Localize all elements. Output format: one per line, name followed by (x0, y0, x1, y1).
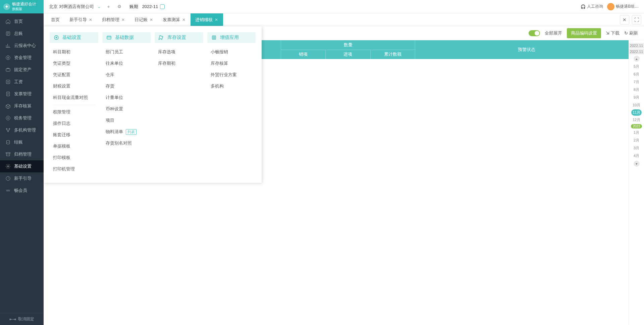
flyout-item[interactable]: 小畅报销 (207, 46, 256, 58)
flyout-item-label: 往来单位 (106, 60, 123, 66)
company-selector[interactable]: 北京 对啊酒店有限公司 ⌄ (49, 4, 101, 10)
flyout-item[interactable]: 库存期初 (155, 58, 203, 69)
sidebar-item-tax[interactable]: 税务管理 (0, 112, 44, 124)
close-icon[interactable]: ✕ (215, 17, 218, 22)
invoice-icon (5, 91, 11, 97)
expand-toggle[interactable] (529, 30, 540, 36)
flyout-item[interactable]: 打印模板 (50, 152, 98, 163)
flyout-item[interactable]: 库存核算 (207, 58, 256, 69)
th-cumulative: 累计数额 (371, 50, 415, 59)
th-sales: 销项 (281, 50, 326, 59)
flyout-item-label: 科目期初 (53, 49, 70, 55)
tab[interactable]: 首页 (46, 13, 65, 26)
flyout-item[interactable]: 外贸行业方案 (207, 69, 256, 80)
archive-icon (5, 152, 11, 157)
sidebar-item-vip[interactable]: 畅会员 (0, 184, 44, 197)
flyout-item[interactable]: 财税设置 (50, 80, 98, 92)
sidebar-item-ledger[interactable]: 总账 (0, 28, 44, 40)
download-button[interactable]: ⇲下载 (606, 30, 620, 36)
flyout-item-label: 操作日志 (53, 120, 70, 126)
month-item-current[interactable]: 11月 (631, 109, 642, 116)
sidebar-item-home[interactable]: 首页 (0, 15, 44, 28)
company-name: 北京 对啊酒店有限公司 (49, 4, 94, 10)
sidebar-item-chart[interactable]: 云报表中心 (0, 40, 44, 52)
flyout-item[interactable]: 打印机管理 (50, 163, 98, 175)
code-setting-button[interactable]: 商品编码设置 (567, 28, 601, 38)
tab[interactable]: 归档管理✕ (97, 13, 130, 26)
month-item[interactable]: 3月 (634, 145, 639, 152)
month-item[interactable]: 2月 (634, 137, 639, 144)
tab[interactable]: 进销稽核✕ (191, 13, 223, 26)
flyout-head-icon (158, 34, 165, 41)
month-item[interactable]: 4月 (634, 152, 639, 159)
flyout-item[interactable]: 项目 (102, 115, 151, 126)
sidebar-item-invoice[interactable]: 发票管理 (0, 88, 44, 100)
flyout-item[interactable]: 科目期初 (50, 46, 98, 58)
flyout-item[interactable]: 存货 (102, 80, 151, 92)
close-icon[interactable]: ✕ (150, 17, 153, 22)
sidebar-item-org[interactable]: 多机构管理 (0, 124, 44, 136)
sidebar-item-label: 资金管理 (14, 55, 32, 61)
sidebar-item-asset[interactable]: 固定资产 (0, 64, 44, 76)
scroll-down-icon[interactable]: ▾ (634, 161, 640, 167)
month-item[interactable]: 5月 (634, 63, 639, 70)
tab[interactable]: 新手引导✕ (65, 13, 97, 26)
tab-label: 归档管理 (102, 17, 119, 23)
flyout-item[interactable]: 仓库 (102, 69, 151, 80)
support-link[interactable]: 🎧 人工咨询 (581, 4, 603, 9)
sidebar-item-close-book[interactable]: 结账 (0, 136, 44, 148)
flyout-item[interactable]: 权限管理 (50, 106, 98, 118)
flyout-item-label: 计量单位 (106, 95, 123, 101)
sidebar-item-salary[interactable]: 工资 (0, 76, 44, 88)
tab-close-button[interactable]: ✕ (620, 15, 629, 24)
divider (53, 105, 95, 105)
month-item[interactable]: 10月 (633, 102, 640, 109)
flyout-item[interactable]: 多机构 (207, 80, 256, 92)
flyout-item[interactable]: 存货别名对照 (102, 138, 151, 149)
month-item[interactable]: 8月 (634, 86, 639, 93)
flyout-item[interactable]: 部门员工 (102, 46, 151, 58)
flyout-item[interactable]: 往来单位 (102, 58, 151, 69)
month-item[interactable]: 12月 (633, 116, 640, 123)
flyout-item[interactable]: 币种设置 (102, 103, 151, 115)
month-item[interactable]: 7月 (634, 78, 639, 86)
sidebar-item-settings[interactable]: 基础设置 (0, 160, 44, 172)
flyout-item[interactable]: 凭证配置 (50, 69, 98, 80)
close-icon[interactable]: ✕ (182, 17, 185, 22)
scroll-up-icon[interactable]: ▴ (634, 56, 640, 62)
user-menu[interactable]: 畅捷通B组… (607, 3, 639, 10)
month-item[interactable]: 1月 (634, 129, 639, 136)
fullscreen-button[interactable]: ⛶ (632, 15, 641, 24)
stock-icon (5, 103, 11, 109)
flyout-item-label: 单据模板 (53, 143, 70, 149)
flyout-item[interactable]: 计量单位 (102, 92, 151, 103)
tab[interactable]: 发票测算✕ (158, 13, 191, 26)
gear-icon[interactable]: ⚙ (116, 4, 123, 9)
flyout-item[interactable]: 科目现金流量对照 (50, 92, 98, 103)
headset-icon: 🎧 (581, 4, 586, 9)
flyout-item-label: 部门员工 (106, 49, 123, 55)
close-icon[interactable]: ✕ (121, 17, 125, 22)
month-item[interactable]: 6月 (634, 71, 639, 78)
tab[interactable]: 日记账✕ (130, 13, 158, 26)
sidebar-item-guide[interactable]: 新手引导 (0, 172, 44, 184)
refresh-button[interactable]: ↻刷新 (624, 30, 638, 36)
flyout-col: 基础数据部门员工往来单位仓库存货计量单位币种设置项目物料清单列表存货别名对照 (102, 32, 151, 175)
flyout-item[interactable]: 单据模板 (50, 141, 98, 152)
flyout-item[interactable]: 物料清单列表 (102, 126, 151, 138)
close-icon[interactable]: ✕ (89, 17, 92, 22)
flyout-item[interactable]: 账套迁移 (50, 129, 98, 141)
sidebar-item-stock[interactable]: 库存核算 (0, 100, 44, 112)
flyout-item[interactable]: 操作日志 (50, 118, 98, 129)
sidebar-item-archive[interactable]: 归档管理 (0, 148, 44, 160)
brand-name: 畅捷通好会计 (12, 2, 36, 6)
tab-label: 首页 (51, 17, 60, 23)
flyout-head-icon (211, 34, 217, 41)
month-item[interactable]: 9月 (634, 94, 639, 101)
flyout-item[interactable]: 凭证类型 (50, 58, 98, 69)
sidebar-item-money[interactable]: 资金管理 (0, 52, 44, 64)
sidebar-pin-toggle[interactable]: ⇤⇥ 取消固定 (0, 313, 44, 325)
period-picker[interactable]: 2022-11 (142, 4, 165, 9)
add-icon[interactable]: ＋ (105, 4, 112, 10)
flyout-item[interactable]: 库存选项 (155, 46, 203, 58)
